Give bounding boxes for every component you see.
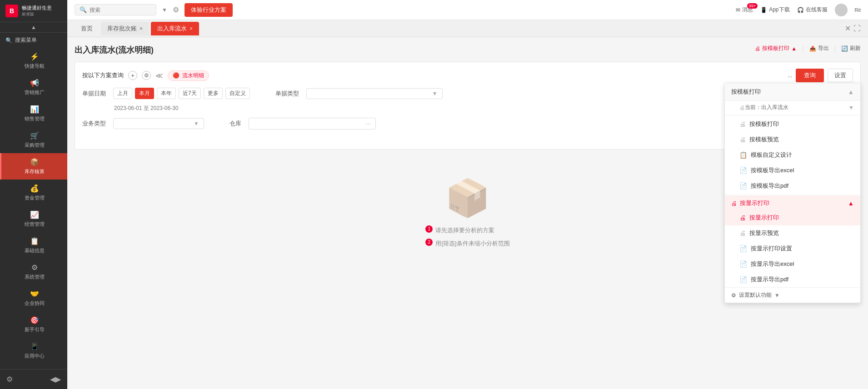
settings-btn[interactable]: 设置 xyxy=(828,69,853,82)
app-badge: 标准版 xyxy=(22,11,52,17)
sidebar-settings-btn[interactable]: ⚙ xyxy=(5,374,15,384)
app-download-btn[interactable]: 📱 App下载 xyxy=(760,6,789,14)
display-print-icon: 🖨 xyxy=(739,214,746,221)
sidebar-search-label: 搜索菜单 xyxy=(15,36,37,44)
dropdown-collapse-btn[interactable]: ▲ xyxy=(848,89,854,95)
empty-tips: 1 请先选择要分析的方案 2 用[筛选]条件来缩小分析范围 xyxy=(425,225,509,249)
print-arrow-icon: ▲ xyxy=(791,45,797,52)
date-btn-more[interactable]: 更多 xyxy=(204,88,223,99)
template-print-label: 按模板打印 xyxy=(749,120,779,128)
export-icon: 📤 xyxy=(809,45,816,52)
print-btn[interactable]: 🖨 按模板打印 ▲ xyxy=(755,45,797,52)
template-pdf-item[interactable]: 📄 按模板导出pdf xyxy=(725,178,860,194)
tab-inout-flow-close[interactable]: × xyxy=(190,25,193,32)
sidebar-toggle-btn[interactable]: ◀▶ xyxy=(48,374,63,384)
voucher-type-select[interactable]: ▼ xyxy=(306,88,443,99)
export-btn[interactable]: 📤 导出 xyxy=(809,45,829,52)
display-settings-item[interactable]: 📄 按显示打印设置 xyxy=(725,241,860,256)
sidebar-item-wechat[interactable]: 💬 企业微信 xyxy=(0,364,67,369)
template-custom-icon: 📋 xyxy=(739,151,747,159)
biz-type-select[interactable]: ▼ xyxy=(113,118,204,129)
date-btn-custom[interactable]: 自定义 xyxy=(225,88,250,99)
tip-num-1: 1 xyxy=(425,225,433,233)
date-btn-last-month[interactable]: 上月 xyxy=(113,88,132,99)
sidebar-search[interactable]: 🔍 搜索菜单 xyxy=(0,33,67,48)
refresh-icon: 🔄 xyxy=(841,45,848,52)
more-options-btn[interactable]: ... xyxy=(788,72,792,79)
tab-batch-account-close[interactable]: × xyxy=(140,25,143,32)
refresh-btn[interactable]: 🔄 刷新 xyxy=(841,45,861,52)
tab-close-btn[interactable]: ✕ xyxy=(845,24,851,33)
template-excel-item[interactable]: 📄 按模板导出excel xyxy=(725,163,860,178)
template-preview-label: 按模板预览 xyxy=(749,135,779,144)
apps-icon: 📱 xyxy=(30,342,39,351)
warehouse-select[interactable]: ··· xyxy=(249,118,376,130)
set-default-label: 设置默认功能 xyxy=(739,291,772,299)
date-btn-this-month[interactable]: 本月 xyxy=(135,88,154,99)
sidebar-item-quicknav[interactable]: ⚡ 快捷导航 xyxy=(0,48,67,74)
online-service-label: 在线客服 xyxy=(806,6,828,14)
avatar[interactable] xyxy=(835,4,848,16)
display-pdf-item[interactable]: 📄 按显示导出pdf xyxy=(725,272,860,287)
filter-gear-btn[interactable]: ⚙ xyxy=(142,71,151,80)
sidebar-item-label: 新手引导 xyxy=(25,326,45,333)
biz-select-arrow: ▼ xyxy=(194,120,199,127)
voucher-select-arrow: ▼ xyxy=(432,90,438,97)
dropdown-header: 按模板打印 ▲ xyxy=(725,83,860,101)
sidebar-item-label: 应用中心 xyxy=(25,353,45,359)
message-btn[interactable]: ✉ 消息 99+ xyxy=(736,6,753,14)
tab-home[interactable]: 首页 xyxy=(75,22,99,35)
template-print-item[interactable]: 🖨 按模板打印 xyxy=(725,116,860,132)
display-print-item[interactable]: 🖨 按显示打印 xyxy=(725,210,860,225)
empty-icon: 📦 xyxy=(445,177,490,219)
filter-add-btn[interactable]: + xyxy=(128,71,137,80)
current-template-label: 当前：出入库流水 xyxy=(745,104,788,111)
tab-batch-account[interactable]: 库存批次账 × xyxy=(101,22,149,35)
query-btn[interactable]: 查询 xyxy=(796,69,824,82)
sidebar-item-apps[interactable]: 📱 应用中心 xyxy=(0,338,67,364)
template-custom-item[interactable]: 📋 模板自定义设计 xyxy=(725,147,860,163)
warehouse-more-btn[interactable]: ··· xyxy=(365,120,371,127)
display-preview-item[interactable]: 🖨 按显示预览 xyxy=(725,225,860,241)
topbar-search-box[interactable]: 🔍 xyxy=(75,4,156,15)
content-toolbar: 🖨 按模板打印 ▲ | 📤 导出 | 🔄 刷新 xyxy=(755,45,861,52)
user-name[interactable]: Rit xyxy=(855,7,861,13)
topbar-search-input[interactable] xyxy=(90,7,151,13)
template-preview-item[interactable]: 🖨 按模板预览 xyxy=(725,132,860,147)
topbar-gear-icon[interactable]: ⚙ xyxy=(173,5,179,14)
sidebar-item-system[interactable]: ⚙ 系统管理 xyxy=(0,259,67,285)
current-template-item[interactable]: 🖨 当前：出入库流水 ▼ xyxy=(725,101,860,114)
tab-maximize-btn[interactable]: ⛶ xyxy=(853,24,861,33)
sidebar-item-finance[interactable]: 💰 资金管理 xyxy=(0,180,67,206)
date-btn-this-year[interactable]: 本年 xyxy=(157,88,176,99)
sidebar-item-label: 营销推广 xyxy=(25,89,45,96)
sidebar-item-operation[interactable]: 📈 经营管理 xyxy=(0,206,67,232)
sidebar-item-inventory[interactable]: 📦 库存核算 xyxy=(0,153,67,180)
sidebar-item-sales[interactable]: 📊 销售管理 xyxy=(0,100,67,127)
display-section-arrow[interactable]: ▲ xyxy=(848,200,854,207)
date-btn-7days[interactable]: 近7天 xyxy=(179,88,201,99)
date-range-display: 2023-06-01 至 2023-06-30 xyxy=(114,105,178,111)
trial-btn[interactable]: 体验行业方案 xyxy=(185,3,233,17)
sidebar-item-basic[interactable]: 📋 基础信息 xyxy=(0,232,67,259)
main-area: 🔍 ▼ ⚙ 体验行业方案 ✉ 消息 99+ 📱 App下载 🎧 在线客服 Rit xyxy=(67,0,868,389)
sidebar-item-collab[interactable]: 🤝 企业协同 xyxy=(0,285,67,311)
sidebar-item-label: 快捷导航 xyxy=(25,63,45,70)
set-default-item[interactable]: ⚙ 设置默认功能 ▼ xyxy=(725,287,860,303)
sidebar-item-marketing[interactable]: 📢 营销推广 xyxy=(0,74,67,100)
sidebar-item-guide[interactable]: 🎯 新手引导 xyxy=(0,311,67,338)
template-pdf-label: 按模板导出pdf xyxy=(751,182,788,190)
topbar: 🔍 ▼ ⚙ 体验行业方案 ✉ 消息 99+ 📱 App下载 🎧 在线客服 Rit xyxy=(67,0,868,20)
sidebar-item-purchase[interactable]: 🛒 采购管理 xyxy=(0,127,67,153)
filter-collapse-btn[interactable]: ≪ xyxy=(155,71,163,80)
template-preview-icon: 🖨 xyxy=(739,136,746,143)
filter-tag[interactable]: 🔴 流水明细 xyxy=(168,70,209,81)
sidebar-scroll-up-btn[interactable]: ▲ xyxy=(31,24,36,30)
display-settings-icon: 📄 xyxy=(739,245,747,252)
topbar-dropdown-arrow[interactable]: ▼ xyxy=(162,7,167,13)
display-excel-label: 按显示导出excel xyxy=(751,260,794,268)
display-excel-item[interactable]: 📄 按显示导出excel xyxy=(725,256,860,272)
content-area: 出入库流水(流水明细) 🖨 按模板打印 ▲ | 📤 导出 | 🔄 刷新 按 xyxy=(67,37,868,389)
online-service-btn[interactable]: 🎧 在线客服 xyxy=(797,6,828,14)
tab-inout-flow[interactable]: 出入库流水 × xyxy=(151,22,199,35)
